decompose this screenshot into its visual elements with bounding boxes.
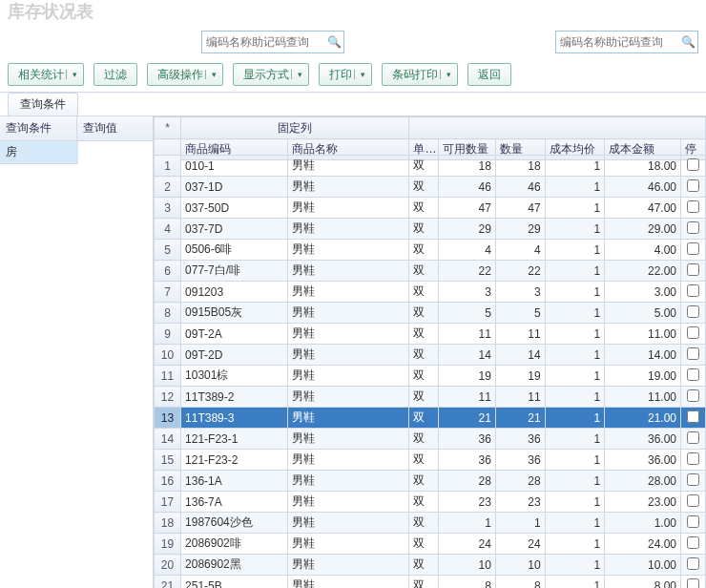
stop-checkbox[interactable] bbox=[687, 410, 699, 423]
cell-stop[interactable] bbox=[681, 282, 706, 303]
side-col-value[interactable]: 查询值 bbox=[77, 116, 154, 140]
search-box-left[interactable]: 🔍 bbox=[201, 31, 344, 53]
stop-checkbox[interactable] bbox=[687, 452, 699, 465]
side-col-condition[interactable]: 查询条件 bbox=[0, 116, 77, 140]
grid-body[interactable]: 1010-1男鞋双1818118.002037-1D男鞋双4646146.003… bbox=[154, 155, 706, 588]
cell-cost: 1 bbox=[545, 345, 605, 366]
row-num: 4 bbox=[155, 219, 181, 240]
table-row[interactable]: 1311T389-3男鞋双2121121.00 bbox=[155, 408, 706, 429]
table-row[interactable]: 15121-F23-2男鞋双3636136.00 bbox=[155, 450, 706, 471]
table-row[interactable]: 1010-1男鞋双1818118.00 bbox=[155, 156, 706, 177]
table-row[interactable]: 50506-6啡男鞋双4414.00 bbox=[155, 240, 706, 261]
stop-checkbox[interactable] bbox=[687, 431, 699, 444]
caret-icon[interactable]: ▾ bbox=[205, 70, 222, 79]
cell-unit: 双 bbox=[409, 492, 438, 513]
display-mode-button[interactable]: 显示方式▾ bbox=[233, 63, 309, 86]
barcode-print-button[interactable]: 条码打印▾ bbox=[382, 63, 458, 86]
table-row[interactable]: 14121-F23-1男鞋双3636136.00 bbox=[155, 429, 706, 450]
back-button[interactable]: 返回 bbox=[467, 63, 511, 86]
table-row[interactable]: 202086902黑男鞋双1010110.00 bbox=[155, 555, 706, 576]
table-row[interactable]: 17136-7A男鞋双2323123.00 bbox=[155, 492, 706, 513]
stop-checkbox[interactable] bbox=[687, 158, 699, 171]
stop-checkbox[interactable] bbox=[687, 347, 699, 360]
cell-stop[interactable] bbox=[681, 450, 706, 471]
filter-button[interactable]: 过滤 bbox=[93, 63, 137, 86]
cell-qty: 28 bbox=[495, 471, 545, 492]
cell-stop[interactable] bbox=[681, 198, 706, 219]
cell-stop[interactable] bbox=[681, 240, 706, 261]
cell-avail: 5 bbox=[438, 303, 495, 324]
cell-stop[interactable] bbox=[681, 156, 706, 177]
table-row[interactable]: 192086902啡男鞋双2424124.00 bbox=[155, 534, 706, 555]
cell-stop[interactable] bbox=[681, 471, 706, 492]
cell-stop[interactable] bbox=[681, 387, 706, 408]
cell-stop[interactable] bbox=[681, 261, 706, 282]
stop-checkbox[interactable] bbox=[687, 515, 699, 528]
stop-checkbox[interactable] bbox=[687, 368, 699, 381]
row-num: 2 bbox=[155, 177, 181, 198]
caret-icon[interactable]: ▾ bbox=[354, 70, 371, 79]
search-icon[interactable]: 🔍 bbox=[678, 35, 697, 49]
stop-checkbox[interactable] bbox=[687, 200, 699, 213]
side-cell-warehouse[interactable]: 房 bbox=[0, 141, 78, 164]
table-row[interactable]: 909T-2A男鞋双1111111.00 bbox=[155, 324, 706, 345]
cell-stop[interactable] bbox=[681, 324, 706, 345]
stop-checkbox[interactable] bbox=[687, 284, 699, 297]
table-row[interactable]: 4037-7D男鞋双2929129.00 bbox=[155, 219, 706, 240]
stop-checkbox[interactable] bbox=[687, 221, 699, 234]
cell-stop[interactable] bbox=[681, 219, 706, 240]
cell-stop[interactable] bbox=[681, 408, 706, 429]
table-row[interactable]: 1211T389-2男鞋双1111111.00 bbox=[155, 387, 706, 408]
table-row[interactable]: 2037-1D男鞋双4646146.00 bbox=[155, 177, 706, 198]
table-row[interactable]: 21251-5B男鞋双8818.00 bbox=[155, 576, 706, 589]
cell-stop[interactable] bbox=[681, 303, 706, 324]
print-button[interactable]: 打印▾ bbox=[319, 63, 372, 86]
col-star[interactable]: * bbox=[155, 117, 181, 139]
table-row[interactable]: 181987604沙色男鞋双1111.00 bbox=[155, 513, 706, 534]
cell-stop[interactable] bbox=[681, 345, 706, 366]
table-row[interactable]: 16136-1A男鞋双2828128.00 bbox=[155, 471, 706, 492]
search-box-right[interactable]: 🔍 bbox=[555, 31, 698, 53]
caret-icon[interactable]: ▾ bbox=[291, 70, 308, 79]
stop-checkbox[interactable] bbox=[687, 326, 699, 339]
search-input-right[interactable] bbox=[556, 35, 678, 49]
stop-checkbox[interactable] bbox=[687, 494, 699, 507]
tab-query-conditions[interactable]: 查询条件 bbox=[8, 93, 78, 116]
cell-stop[interactable] bbox=[681, 177, 706, 198]
stop-checkbox[interactable] bbox=[687, 305, 699, 318]
cell-cost: 1 bbox=[545, 240, 605, 261]
search-input-left[interactable] bbox=[202, 35, 324, 49]
table-row[interactable]: 3037-50D男鞋双4747147.00 bbox=[155, 198, 706, 219]
table-row[interactable]: 1009T-2D男鞋双1414114.00 bbox=[155, 345, 706, 366]
cell-stop[interactable] bbox=[681, 576, 706, 589]
cell-name: 男鞋 bbox=[288, 450, 409, 471]
advanced-button[interactable]: 高级操作▾ bbox=[147, 63, 223, 86]
stop-checkbox[interactable] bbox=[687, 536, 699, 549]
stop-checkbox[interactable] bbox=[687, 263, 699, 276]
stop-checkbox[interactable] bbox=[687, 473, 699, 486]
cell-code: 251-5B bbox=[181, 576, 288, 589]
cell-stop[interactable] bbox=[681, 492, 706, 513]
stop-checkbox[interactable] bbox=[687, 557, 699, 570]
search-icon[interactable]: 🔍 bbox=[324, 35, 343, 49]
table-row[interactable]: 80915B05灰男鞋双5515.00 bbox=[155, 303, 706, 324]
cell-cost: 1 bbox=[545, 492, 605, 513]
table-row[interactable]: 7091203男鞋双3313.00 bbox=[155, 282, 706, 303]
cell-stop[interactable] bbox=[681, 513, 706, 534]
cell-cost: 1 bbox=[545, 282, 605, 303]
stop-checkbox[interactable] bbox=[687, 179, 699, 192]
stop-checkbox[interactable] bbox=[687, 578, 699, 589]
cell-code: 010-1 bbox=[181, 156, 288, 177]
cell-stop[interactable] bbox=[681, 555, 706, 576]
caret-icon[interactable]: ▾ bbox=[66, 70, 83, 79]
table-row[interactable]: 1110301棕男鞋双1919119.00 bbox=[155, 366, 706, 387]
cell-stop[interactable] bbox=[681, 366, 706, 387]
caret-icon[interactable]: ▾ bbox=[440, 70, 457, 79]
fixed-col-group[interactable]: 固定列 bbox=[181, 117, 409, 139]
table-row[interactable]: 6077-7白/啡男鞋双2222122.00 bbox=[155, 261, 706, 282]
related-stats-button[interactable]: 相关统计▾ bbox=[8, 63, 84, 86]
stop-checkbox[interactable] bbox=[687, 389, 699, 402]
cell-stop[interactable] bbox=[681, 534, 706, 555]
cell-stop[interactable] bbox=[681, 429, 706, 450]
stop-checkbox[interactable] bbox=[687, 242, 699, 255]
